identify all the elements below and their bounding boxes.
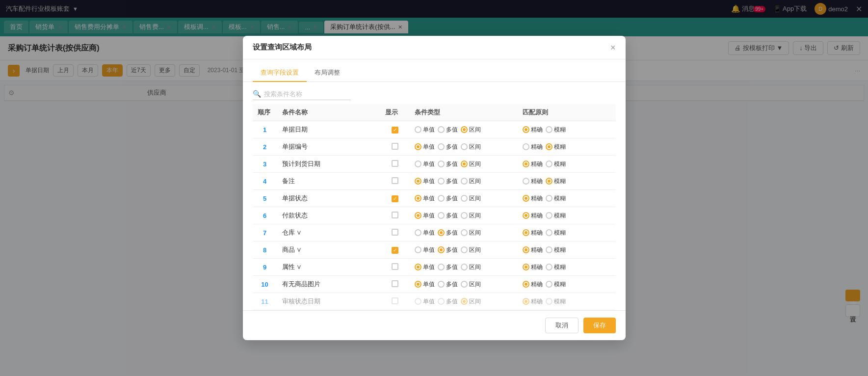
row-display[interactable] (380, 259, 410, 276)
radio-circle (546, 264, 552, 270)
radio-circle (438, 212, 445, 219)
row-display[interactable]: ✓ (380, 190, 410, 207)
type-radio-区间[interactable]: 区间 (461, 212, 481, 220)
type-radio-区间[interactable]: 区间 (461, 177, 481, 186)
radio-circle (546, 212, 552, 219)
display-checkbox[interactable] (392, 160, 398, 167)
row-order: 1 (253, 121, 277, 138)
type-radio-多值[interactable]: 多值 (438, 212, 458, 220)
type-radio-区间[interactable]: 区间 (461, 280, 481, 289)
match-radio-精确[interactable]: 精确 (523, 297, 543, 306)
type-radio-区间[interactable]: 区间 (461, 160, 481, 168)
type-radio-区间[interactable]: 区间 (461, 246, 481, 254)
radio-circle (438, 161, 445, 167)
type-radio-多值[interactable]: 多值 (438, 194, 458, 203)
type-radio-单值[interactable]: 单值 (415, 263, 435, 271)
row-display[interactable] (380, 224, 410, 242)
display-checkbox[interactable]: ✓ (392, 127, 398, 134)
row-match: 精确模糊 (518, 293, 616, 310)
radio-circle (415, 264, 421, 270)
type-radio-多值[interactable]: 多值 (438, 297, 458, 306)
display-checkbox[interactable] (392, 229, 398, 236)
display-checkbox[interactable] (392, 263, 398, 270)
row-order: 10 (253, 276, 277, 293)
type-radio-单值[interactable]: 单值 (415, 160, 435, 168)
save-btn[interactable]: 保存 (583, 318, 616, 333)
match-radio-模糊[interactable]: 模糊 (546, 160, 566, 168)
match-radio-精确[interactable]: 精确 (523, 229, 543, 237)
type-radio-区间[interactable]: 区间 (461, 297, 481, 306)
row-display[interactable]: ✓ (380, 242, 410, 259)
type-radio-多值[interactable]: 多值 (438, 126, 458, 134)
type-radio-多值[interactable]: 多值 (438, 160, 458, 168)
type-radio-多值[interactable]: 多值 (438, 280, 458, 289)
match-radio-精确[interactable]: 精确 (523, 160, 543, 168)
row-match: 精确模糊 (518, 224, 616, 242)
radio-circle (461, 178, 468, 185)
display-checkbox[interactable]: ✓ (392, 195, 398, 202)
row-display[interactable] (380, 207, 410, 224)
match-radio-模糊[interactable]: 模糊 (546, 212, 566, 220)
type-radio-多值[interactable]: 多值 (438, 177, 458, 186)
match-radio-精确[interactable]: 精确 (523, 280, 543, 289)
cancel-btn[interactable]: 取消 (545, 318, 579, 333)
type-radio-单值[interactable]: 单值 (415, 126, 435, 134)
type-radio-单值[interactable]: 单值 (415, 246, 435, 254)
match-radio-精确[interactable]: 精确 (523, 263, 543, 271)
match-radio-模糊[interactable]: 模糊 (546, 297, 566, 306)
match-radio-精确[interactable]: 精确 (523, 177, 543, 186)
type-radio-区间[interactable]: 区间 (461, 194, 481, 203)
type-radio-区间[interactable]: 区间 (461, 263, 481, 271)
type-radio-多值[interactable]: 多值 (438, 263, 458, 271)
display-checkbox[interactable] (392, 143, 398, 150)
row-display[interactable] (380, 173, 410, 190)
type-radio-单值[interactable]: 单值 (415, 212, 435, 220)
type-radio-单值[interactable]: 单值 (415, 280, 435, 289)
type-radio-区间[interactable]: 区间 (461, 229, 481, 237)
search-input[interactable] (264, 90, 342, 98)
match-radio-精确[interactable]: 精确 (523, 143, 543, 151)
row-display[interactable]: ✓ (380, 121, 410, 138)
type-radio-单值[interactable]: 单值 (415, 194, 435, 203)
match-radio-精确[interactable]: 精确 (523, 194, 543, 203)
row-type: 单值多值区间 (410, 224, 518, 242)
dialog-close-btn[interactable]: × (610, 43, 616, 52)
match-radio-模糊[interactable]: 模糊 (546, 126, 566, 134)
match-radio-模糊[interactable]: 模糊 (546, 263, 566, 271)
type-radio-区间[interactable]: 区间 (461, 126, 481, 134)
row-display[interactable] (380, 156, 410, 173)
match-radio-精确[interactable]: 精确 (523, 126, 543, 134)
row-display[interactable] (380, 293, 410, 310)
display-checkbox[interactable]: ✓ (392, 247, 398, 254)
dialog-table: 顺序 条件名称 显示 条件类型 匹配原则 1单据日期✓单值多值区间精确模糊2单据… (253, 104, 616, 310)
row-type: 单值多值区间 (410, 138, 518, 156)
row-display[interactable] (380, 276, 410, 293)
match-radio-精确[interactable]: 精确 (523, 212, 543, 220)
display-checkbox[interactable] (392, 280, 398, 287)
type-radio-多值[interactable]: 多值 (438, 143, 458, 151)
display-checkbox[interactable] (392, 297, 398, 304)
display-checkbox[interactable] (392, 177, 398, 184)
row-display[interactable] (380, 138, 410, 156)
match-radio-精确[interactable]: 精确 (523, 246, 543, 254)
type-radio-单值[interactable]: 单值 (415, 229, 435, 237)
match-radio-模糊[interactable]: 模糊 (546, 177, 566, 186)
radio-circle (546, 126, 552, 133)
type-radio-单值[interactable]: 单值 (415, 177, 435, 186)
type-radio-区间[interactable]: 区间 (461, 143, 481, 151)
dialog-tab-layout[interactable]: 布局调整 (307, 64, 348, 82)
display-checkbox[interactable] (392, 212, 398, 218)
type-radio-单值[interactable]: 单值 (415, 297, 435, 306)
type-radio-单值[interactable]: 单值 (415, 143, 435, 151)
dialog-tab-fields[interactable]: 查询字段设置 (253, 64, 307, 82)
type-radio-多值[interactable]: 多值 (438, 246, 458, 254)
match-radio-模糊[interactable]: 模糊 (546, 280, 566, 289)
radio-circle (438, 195, 445, 202)
radio-circle (438, 178, 445, 185)
row-name: 有无商品图片 (277, 276, 380, 293)
match-radio-模糊[interactable]: 模糊 (546, 143, 566, 151)
match-radio-模糊[interactable]: 模糊 (546, 194, 566, 203)
match-radio-模糊[interactable]: 模糊 (546, 246, 566, 254)
type-radio-多值[interactable]: 多值 (438, 229, 458, 237)
match-radio-模糊[interactable]: 模糊 (546, 229, 566, 237)
